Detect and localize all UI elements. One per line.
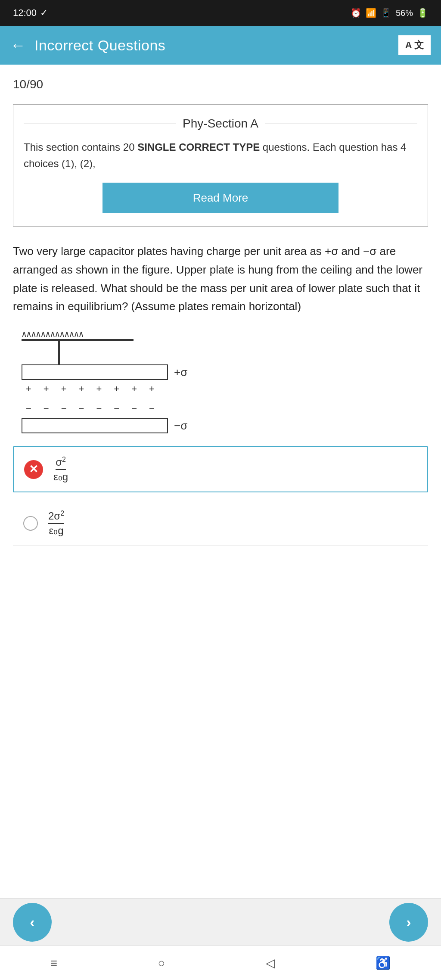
question-counter: 10/90 <box>13 78 428 91</box>
battery-text: 56% <box>396 8 413 18</box>
answer-option-1[interactable]: ✕ σ2 ε₀g <box>13 446 428 492</box>
upper-plate-label: +σ <box>174 366 187 379</box>
answer-option-2[interactable]: 2σ2 ε₀g <box>13 501 428 546</box>
status-icons: ⏰ 📶 📱 56% 🔋 <box>351 8 428 18</box>
home-button[interactable]: ○ <box>149 952 174 974</box>
translate-button[interactable]: A 文 <box>398 35 431 55</box>
lower-plate-wrapper: −σ <box>22 418 187 433</box>
main-content: 10/90 Phy-Section A This section contain… <box>0 65 441 898</box>
next-button[interactable]: › <box>389 903 428 942</box>
alarm-clock-icon: ⏰ <box>351 8 361 18</box>
time-text: 12:00 <box>13 7 37 19</box>
section-box: Phy-Section A This section contains 20 S… <box>13 104 428 227</box>
prev-button[interactable]: ‹ <box>13 903 52 942</box>
status-time: 12:00 ✓ <box>13 7 48 19</box>
wrong-icon: ✕ <box>24 460 43 479</box>
wifi-icon: 📶 <box>366 8 376 18</box>
lower-plate <box>22 418 168 433</box>
section-description: This section contains 20 SINGLE CORRECT … <box>24 139 417 172</box>
physics-diagram: ∧∧∧∧∧∧∧∧∧∧∧∧∧ +σ + + + + + + + + − − − −… <box>13 329 428 433</box>
lower-plate-label: −σ <box>174 419 187 432</box>
title-line-right <box>265 124 417 124</box>
ceiling-hatch-marks: ∧∧∧∧∧∧∧∧∧∧∧∧∧ <box>22 329 84 339</box>
question-text: Two very large capacitor plates having c… <box>13 242 428 316</box>
plus-charge-row: + + + + + + + + <box>26 383 155 395</box>
signal-icon: 📱 <box>381 8 391 18</box>
numerator-1: σ2 <box>56 456 66 470</box>
denominator-2: ε₀g <box>49 524 64 537</box>
page-title: Incorrect Questions <box>34 37 165 54</box>
ceiling-base <box>22 339 134 341</box>
upper-plate-wrapper: +σ <box>22 364 187 380</box>
radio-button-2[interactable] <box>23 516 38 531</box>
fraction-2: 2σ2 ε₀g <box>48 510 64 537</box>
read-more-button[interactable]: Read More <box>102 183 339 213</box>
back-nav-button[interactable]: ◁ <box>257 952 284 974</box>
alarm-icon: ✓ <box>40 7 48 19</box>
fraction-1: σ2 ε₀g <box>53 456 68 483</box>
app-bar: ← Incorrect Questions A 文 <box>0 26 441 65</box>
title-line-left <box>24 124 176 124</box>
section-title-wrapper: Phy-Section A <box>24 117 417 131</box>
minus-charge-row: − − − − − − − − <box>26 403 155 414</box>
back-button[interactable]: ← <box>10 36 26 54</box>
section-title: Phy-Section A <box>176 117 265 131</box>
battery-icon: 🔋 <box>417 8 428 18</box>
status-bar: 12:00 ✓ ⏰ 📶 📱 56% 🔋 <box>0 0 441 26</box>
accessibility-button[interactable]: ♿ <box>367 952 399 974</box>
menu-button[interactable]: ≡ <box>42 952 66 974</box>
answer-text-1: σ2 ε₀g <box>52 456 70 483</box>
wrong-symbol: ✕ <box>29 463 38 476</box>
app-bar-left: ← Incorrect Questions <box>10 36 165 54</box>
upper-plate <box>22 364 168 380</box>
rod <box>58 341 60 364</box>
nav-bar: ‹ › <box>0 898 441 946</box>
denominator-1: ε₀g <box>53 470 68 483</box>
answer-text-2: 2σ2 ε₀g <box>47 510 66 537</box>
system-nav: ≡ ○ ◁ ♿ <box>0 946 441 980</box>
numerator-2: 2σ2 <box>48 510 64 524</box>
